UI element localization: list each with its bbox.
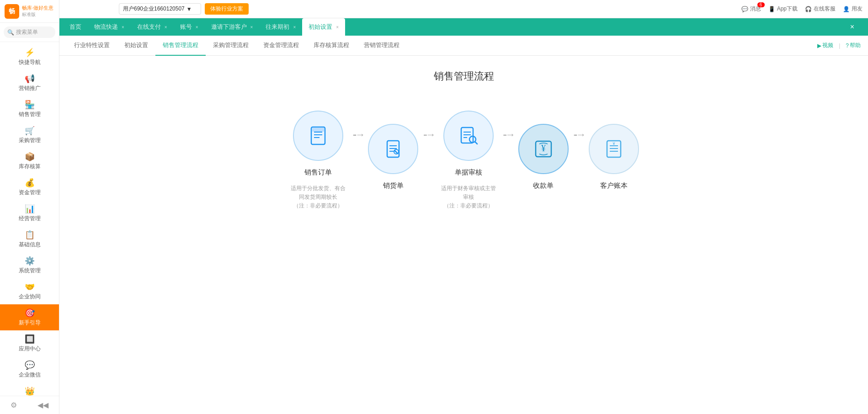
tab-payment-close[interactable]: × bbox=[165, 25, 167, 30]
flow-node-sales-order[interactable]: 销售订单 适用于分批发货、有合同发货周期较长（注：非必要流程） bbox=[288, 111, 348, 211]
svg-rect-4 bbox=[312, 128, 324, 132]
sidebar-item-label: 库存核算 bbox=[19, 163, 41, 170]
sidebar-item-finance[interactable]: 💰 资金管理 bbox=[0, 174, 59, 200]
tab-init[interactable]: 初始设置 × bbox=[302, 18, 345, 36]
top-bar-right: 💬 消息 6 📱 App下载 🎧 在线客服 👤 用友 bbox=[741, 5, 863, 13]
tab-period[interactable]: 往来期初 × bbox=[259, 18, 302, 36]
flow-arrow-1: ···→ bbox=[352, 129, 363, 141]
sidebar-item-marketing[interactable]: 📢 营销推广 bbox=[0, 70, 59, 96]
ctab-marketing-flow[interactable]: 营销管理流程 bbox=[357, 36, 407, 56]
sidebar-item-system[interactable]: ⚙️ 系统管理 bbox=[0, 252, 59, 278]
ctab-purchase-flow-label: 采购管理流程 bbox=[213, 41, 249, 49]
sidebar-item-wxwork[interactable]: 💬 企业微信 bbox=[0, 356, 59, 382]
purchase-icon: 🛒 bbox=[25, 126, 35, 136]
sidebar-item-quick[interactable]: ⚡ 快捷导航 bbox=[0, 44, 59, 70]
tab-payment[interactable]: 在线支付 × bbox=[131, 18, 174, 36]
sidebar-item-label: 新手引导 bbox=[19, 319, 41, 327]
marketing-icon: 📢 bbox=[25, 74, 35, 84]
tab-payment-label: 在线支付 bbox=[137, 23, 161, 31]
sidebar-item-guide[interactable]: 🎯 新手引导 bbox=[0, 304, 59, 330]
flow-circle-review bbox=[443, 111, 494, 161]
member-icon: 👑 bbox=[25, 386, 35, 396]
service-icon: 🎧 bbox=[805, 6, 812, 12]
tab-logistics-close[interactable]: × bbox=[122, 25, 124, 30]
video-btn[interactable]: ▶ 视频 bbox=[817, 42, 833, 49]
sidebar-item-appstore[interactable]: 🔲 应用中心 bbox=[0, 330, 59, 356]
ctab-finance-flow-label: 资金管理流程 bbox=[263, 41, 299, 49]
ctab-init[interactable]: 初始设置 bbox=[117, 36, 155, 56]
settings-bottom-btn[interactable]: ⚙ bbox=[9, 399, 19, 411]
ctab-industry[interactable]: 行业特性设置 bbox=[67, 36, 117, 56]
nav-close-all[interactable]: × bbox=[850, 23, 854, 31]
sidebar-item-member[interactable]: 👑 畅会员 bbox=[0, 382, 59, 396]
tab-invite-close[interactable]: × bbox=[250, 25, 253, 30]
app-label: App下载 bbox=[777, 5, 798, 13]
page-title: 销售管理流程 bbox=[69, 69, 859, 83]
app-download-btn[interactable]: 📱 App下载 bbox=[768, 5, 798, 13]
logo-icon: 畅 bbox=[5, 4, 19, 19]
quick-icon: ⚡ bbox=[25, 48, 35, 58]
flow-node-account[interactable]: ¥ 客户账本 bbox=[589, 124, 639, 197]
nav-tabs: 首页 物流快递 × 在线支付 × 账号 × 邀请下游客户 × 往来期初 × 初始… bbox=[59, 18, 868, 36]
ctab-marketing-flow-label: 营销管理流程 bbox=[364, 41, 399, 49]
message-badge: 6 bbox=[757, 2, 765, 7]
sidebar-menu: ⚡ 快捷导航 📢 营销推广 🏪 销售管理 🛒 采购管理 📦 库存核算 💰 资金管… bbox=[0, 42, 59, 396]
top-bar: 用户690企业1660120507 ▼ 体验行业方案 💬 消息 6 📱 App下… bbox=[59, 0, 868, 18]
flow-arrow-3: ···→ bbox=[503, 129, 514, 141]
ctab-sales-flow[interactable]: 销售管理流程 bbox=[155, 36, 206, 56]
message-btn[interactable]: 💬 消息 6 bbox=[741, 5, 761, 13]
tab-init-label: 初始设置 bbox=[309, 23, 332, 31]
sidebar-item-sales[interactable]: 🏪 销售管理 bbox=[0, 96, 59, 122]
sidebar-item-inventory[interactable]: 📦 库存核算 bbox=[0, 148, 59, 174]
sidebar-item-basic[interactable]: 📋 基础信息 bbox=[0, 226, 59, 252]
tab-account[interactable]: 账号 × bbox=[174, 18, 205, 36]
sidebar-item-label: 资金管理 bbox=[19, 189, 41, 196]
tab-invite-label: 邀请下游客户 bbox=[211, 23, 247, 31]
flow-arrow-4: ···→ bbox=[573, 129, 584, 141]
operation-icon: 📊 bbox=[25, 204, 35, 214]
flow-circle-receipt: ¥ bbox=[518, 124, 569, 174]
flow-circle-account: ¥ bbox=[589, 124, 639, 174]
avatar-icon: 👤 bbox=[843, 6, 850, 12]
ctab-finance-flow[interactable]: 资金管理流程 bbox=[256, 36, 306, 56]
flow-node-review[interactable]: 单据审核 适用于财务审核或主管审核（注：非必要流程） bbox=[439, 111, 498, 211]
page-body: 销售管理流程 销售订单 适用于分批发货、有合同发货周期较长（注：非必要流程） bbox=[59, 56, 868, 414]
logo-text: 畅库·做好生意 bbox=[22, 5, 53, 11]
tab-logistics-label: 物流快递 bbox=[94, 23, 118, 31]
tab-tools: ▶ 视频 | ? 帮助 bbox=[817, 42, 861, 49]
flow-circle-delivery bbox=[368, 124, 418, 174]
help-btn[interactable]: ? 帮助 bbox=[846, 42, 861, 49]
ctab-inventory-flow-label: 库存核算流程 bbox=[314, 41, 349, 49]
sidebar-item-collab[interactable]: 🤝 企业协同 bbox=[0, 278, 59, 304]
collapse-bottom-btn[interactable]: ◀◀ bbox=[36, 399, 50, 411]
ctab-purchase-flow[interactable]: 采购管理流程 bbox=[206, 36, 256, 56]
tab-logistics[interactable]: 物流快递 × bbox=[88, 18, 131, 36]
node-review-title: 单据审核 bbox=[455, 168, 482, 177]
sidebar-item-purchase[interactable]: 🛒 采购管理 bbox=[0, 122, 59, 148]
tab-invite[interactable]: 邀请下游客户 × bbox=[205, 18, 260, 36]
search-label: 搜索菜单 bbox=[16, 28, 38, 36]
user-selector[interactable]: 用户690企业1660120507 ▼ bbox=[119, 3, 201, 15]
flow-node-delivery[interactable]: 销货单 bbox=[368, 124, 418, 197]
node-delivery-title: 销货单 bbox=[383, 181, 404, 190]
sidebar-item-operation[interactable]: 📊 经营管理 bbox=[0, 200, 59, 226]
ctab-inventory-flow[interactable]: 库存核算流程 bbox=[306, 36, 357, 56]
tab-init-close[interactable]: × bbox=[336, 25, 339, 30]
tab-account-close[interactable]: × bbox=[196, 25, 198, 30]
tab-account-label: 账号 bbox=[180, 23, 192, 31]
logo-sub: 标准版 bbox=[22, 11, 53, 18]
trial-button[interactable]: 体验行业方案 bbox=[205, 3, 249, 15]
guide-icon: 🎯 bbox=[25, 308, 35, 318]
finance-icon: 💰 bbox=[25, 178, 35, 188]
sidebar-search[interactable]: 🔍 搜索菜单 bbox=[0, 23, 59, 42]
user-avatar-btn[interactable]: 👤 用友 bbox=[843, 5, 863, 13]
sidebar-item-label: 销售管理 bbox=[19, 111, 41, 118]
sales-icon: 🏪 bbox=[25, 100, 35, 110]
appstore-icon: 🔲 bbox=[25, 334, 35, 344]
flow-node-receipt[interactable]: ¥ 收款单 bbox=[518, 124, 569, 197]
tab-period-close[interactable]: × bbox=[293, 25, 296, 30]
content-tabs: 行业特性设置 初始设置 销售管理流程 采购管理流程 资金管理流程 库存核算流程 … bbox=[59, 36, 868, 56]
tab-home[interactable]: 首页 bbox=[63, 18, 88, 36]
service-btn[interactable]: 🎧 在线客服 bbox=[805, 5, 836, 13]
top-bar-left: 用户690企业1660120507 ▼ 体验行业方案 bbox=[59, 3, 249, 15]
